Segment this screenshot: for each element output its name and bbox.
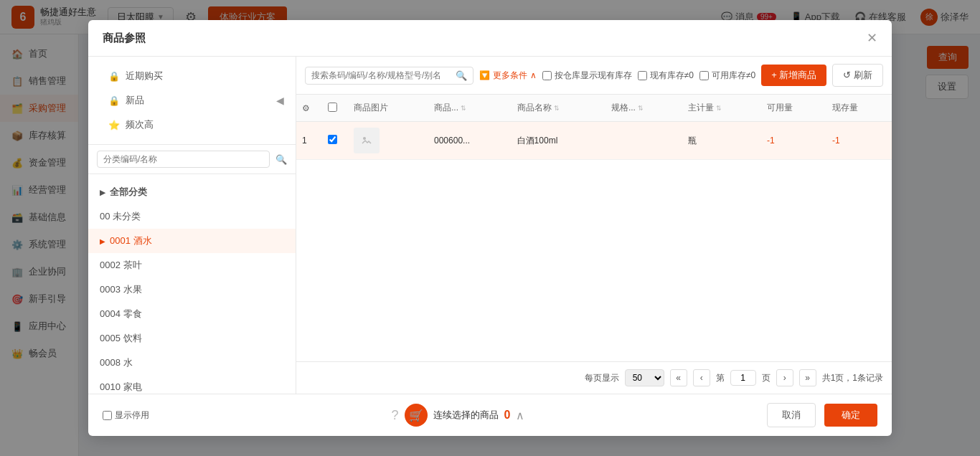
cat-item-0002[interactable]: 0002 茶叶 — [88, 253, 296, 277]
th-unit-label: 主计量 — [688, 102, 714, 114]
footer-right: 取消 确定 — [767, 403, 877, 427]
product-search-icon[interactable]: 🔍 — [456, 70, 467, 81]
quick-recent-label: 近期购买 — [126, 70, 163, 82]
row-checkbox-cell — [322, 122, 348, 160]
cart-label: 连续选择的商品 — [433, 409, 499, 422]
filter-arrow-icon: ∧ — [530, 70, 537, 80]
add-product-button[interactable]: + 新增商品 — [761, 65, 826, 86]
main-content: 查询 设置 商品参照 ✕ — [79, 34, 980, 456]
modal-body: 🔒 近期购买 🔒 新品 ⭐ 频次高 — [88, 57, 892, 394]
cat-collapse-button[interactable]: ◀ — [273, 92, 287, 109]
table-header: ⚙ 商品图片 — [296, 95, 892, 122]
product-reference-modal: 商品参照 ✕ 🔒 近期购买 — [88, 20, 892, 436]
filter-button[interactable]: 🔽 更多条件 ∧ — [479, 70, 537, 82]
sort-icon-spec: ⇅ — [638, 105, 644, 112]
th-code-label: 商品... — [434, 102, 458, 114]
th-stock-label: 现存量 — [832, 103, 858, 113]
cart-expand-button[interactable]: ∧ — [516, 409, 524, 422]
product-panel: 🔍 🔽 更多条件 ∧ 按仓库显示现有库存 — [296, 57, 892, 394]
main-layout: 🏠 首页 📋 销售管理 🗂️ 采购管理 📦 库存核算 💰 资金管理 📊 经营管理… — [0, 34, 980, 456]
cat-0010-label: 0010 家电 — [100, 381, 142, 394]
th-image-label: 商品图片 — [354, 103, 388, 113]
product-search-input[interactable] — [311, 70, 451, 80]
modal-overlay: 商品参照 ✕ 🔒 近期购买 — [0, 0, 980, 456]
modal-close-button[interactable]: ✕ — [867, 30, 877, 46]
cat-item-0008[interactable]: 0008 水 — [88, 351, 296, 375]
cat-0003-label: 0003 水果 — [100, 283, 142, 296]
pagination-bar: 每页显示 50 10 20 100 « ‹ 第 页 — [296, 361, 892, 394]
cart-count: 0 — [504, 409, 511, 422]
last-page-button[interactable]: » — [799, 369, 816, 386]
lock-icon-new: 🔒 — [108, 95, 120, 106]
warehouse-filter-label: 按仓库显示现有库存 — [555, 70, 632, 82]
quick-new-label: 新品 — [126, 94, 144, 107]
cart-icon[interactable]: 🛒 — [405, 404, 428, 427]
row-spec — [606, 122, 682, 160]
sort-icon-unit: ⇅ — [716, 105, 722, 112]
cat-item-0005[interactable]: 0005 饮料 — [88, 326, 296, 351]
help-icon[interactable]: ? — [392, 408, 399, 423]
th-image: 商品图片 — [348, 95, 428, 122]
cat-all-arrow-icon: ▶ — [100, 189, 105, 196]
quick-new[interactable]: 🔒 新品 — [97, 88, 174, 113]
stock-nonzero-checkbox[interactable]: 现有库存≠0 — [638, 70, 694, 82]
table-body: 1 — [296, 122, 892, 160]
confirm-button[interactable]: 确定 — [824, 404, 877, 427]
page-number-input[interactable] — [730, 370, 756, 386]
row-code: 000600... — [428, 122, 512, 160]
row-name: 白酒100ml — [512, 122, 606, 160]
cat-search-area: 🔍 — [88, 145, 296, 174]
available-nonzero-checkbox[interactable]: 可用库存≠0 — [699, 70, 755, 82]
svg-rect-0 — [359, 133, 374, 148]
th-checkbox — [322, 95, 348, 122]
quick-frequent-label: 频次高 — [126, 118, 154, 131]
modal-footer: 显示停用 ? 🛒 连续选择的商品 0 ∧ 取消 确定 — [88, 394, 892, 436]
cat-item-all[interactable]: ▶ 全部分类 — [88, 180, 296, 204]
next-page-button[interactable]: › — [776, 369, 793, 386]
available-nonzero-label: 可用库存≠0 — [712, 70, 755, 82]
cat-search-icon[interactable]: 🔍 — [275, 154, 287, 165]
available-nonzero-input[interactable] — [699, 71, 709, 80]
stock-nonzero-input[interactable] — [638, 71, 647, 80]
first-page-button[interactable]: « — [670, 369, 687, 386]
th-name-label: 商品名称 — [517, 102, 552, 114]
page-label: 第 — [716, 372, 725, 384]
modal-header: 商品参照 ✕ — [88, 20, 892, 57]
th-name: 商品名称 ⇅ — [512, 95, 606, 122]
footer-left: 显示停用 — [103, 409, 149, 422]
warehouse-filter-checkbox[interactable]: 按仓库显示现有库存 — [542, 70, 632, 82]
sort-icon-code: ⇅ — [461, 105, 466, 112]
quick-recent[interactable]: 🔒 近期购买 — [97, 64, 174, 88]
row-checkbox[interactable] — [328, 135, 337, 144]
cat-item-00[interactable]: 00 未分类 — [88, 204, 296, 229]
warehouse-filter-input[interactable] — [542, 71, 552, 80]
prev-page-button[interactable]: ‹ — [693, 369, 710, 386]
cat-0008-label: 0008 水 — [100, 356, 133, 369]
row-available: -1 — [761, 122, 826, 160]
cat-0005-label: 0005 饮料 — [100, 332, 142, 345]
toolbar-right-actions: + 新增商品 ↺ 刷新 — [761, 64, 883, 87]
product-image-placeholder — [354, 128, 380, 153]
cat-item-0003[interactable]: 0003 水果 — [88, 277, 296, 302]
cancel-button[interactable]: 取消 — [767, 403, 816, 427]
product-search-box: 🔍 — [305, 67, 473, 85]
quick-frequent[interactable]: ⭐ 频次高 — [97, 113, 174, 137]
category-panel: 🔒 近期购买 🔒 新品 ⭐ 频次高 — [88, 57, 296, 394]
th-spec: 规格... ⇅ — [606, 95, 682, 122]
show-disabled-input[interactable] — [103, 411, 112, 420]
cat-all-label: 全部分类 — [110, 186, 147, 199]
cat-search-input[interactable] — [97, 151, 270, 168]
show-disabled-checkbox[interactable]: 显示停用 — [103, 409, 149, 422]
page-size-select[interactable]: 50 10 20 100 — [625, 369, 664, 386]
cat-item-0004[interactable]: 0004 零食 — [88, 302, 296, 326]
th-unit: 主计量 ⇅ — [682, 95, 761, 122]
cat-item-0001[interactable]: ▶ 0001 酒水 — [88, 229, 296, 253]
column-settings-icon[interactable]: ⚙ — [302, 103, 310, 113]
select-all-checkbox[interactable] — [328, 103, 337, 112]
th-code: 商品... ⇅ — [428, 95, 512, 122]
refresh-button[interactable]: ↺ 刷新 — [832, 64, 883, 87]
table-row[interactable]: 1 — [296, 122, 892, 160]
show-disabled-label: 显示停用 — [115, 409, 149, 422]
cat-item-0010[interactable]: 0010 家电 — [88, 375, 296, 394]
cat-0001-arrow-icon: ▶ — [100, 237, 105, 245]
